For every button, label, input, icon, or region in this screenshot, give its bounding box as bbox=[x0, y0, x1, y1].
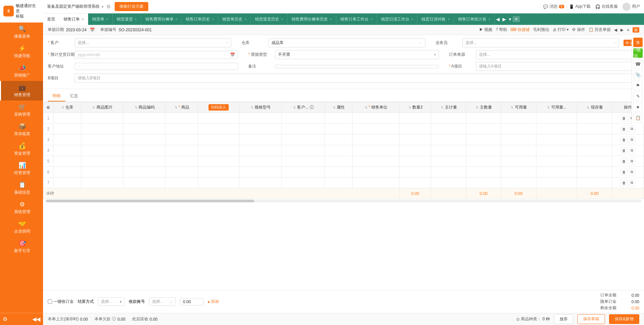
app-download-button[interactable]: 📱 App下载 bbox=[569, 4, 591, 9]
remark-input[interactable] bbox=[275, 65, 439, 68]
row-1-main-qty[interactable] bbox=[466, 113, 501, 124]
warehouse-input[interactable]: 成品库 ··· bbox=[268, 38, 425, 47]
tab-expense-split-close[interactable]: × bbox=[176, 17, 178, 21]
save-new-button[interactable]: 保存&新增 bbox=[609, 314, 639, 324]
add-payment-btn[interactable]: ● 添加 bbox=[207, 299, 219, 304]
tab-order-workbench[interactable]: 销售订单工作台 × bbox=[336, 13, 377, 25]
attach-btn[interactable]: 📎 bbox=[633, 70, 643, 79]
nav-prev-btn[interactable]: ◀ bbox=[614, 28, 617, 32]
tab-return[interactable]: 销货退货 × bbox=[113, 13, 141, 25]
row-2-current[interactable] bbox=[577, 124, 612, 134]
row-1-available[interactable] bbox=[501, 113, 536, 124]
deposit-amount-input[interactable] bbox=[180, 298, 203, 306]
card-view-btn[interactable]: ⊞ bbox=[633, 27, 639, 33]
row-2-warehouse[interactable] bbox=[53, 124, 81, 134]
tab-order-workbench-close[interactable]: × bbox=[371, 17, 373, 21]
tab-cash-workbench[interactable]: 钱货日清工作台 × bbox=[377, 13, 418, 25]
row-3-main-unit[interactable] bbox=[431, 134, 466, 145]
col-settings[interactable]: ⚙ bbox=[43, 102, 53, 113]
row-2-image[interactable] bbox=[81, 124, 123, 134]
industry-solution-button[interactable]: 体验行业方案 bbox=[115, 2, 148, 11]
tab-return-history[interactable]: 销货退货历史 × bbox=[251, 13, 288, 25]
video-help-btn[interactable]: ▶ 视频 bbox=[479, 27, 492, 33]
tab-cash-reconcile[interactable]: 钱货日清对账 × bbox=[417, 13, 454, 25]
tabs-list-btn[interactable]: ▾ bbox=[507, 16, 513, 22]
order-source-select[interactable]: 选择... ▾ bbox=[476, 50, 639, 59]
row-3-attr[interactable] bbox=[325, 134, 352, 145]
row-1-image[interactable] bbox=[81, 113, 123, 124]
sidebar-item-marketing[interactable]: 📣 营销推广 bbox=[0, 62, 43, 81]
row-1-qty2[interactable] bbox=[399, 113, 431, 124]
sidebar-item-operations[interactable]: 📊 经营管理 bbox=[0, 159, 43, 178]
tab-goods-history-close[interactable]: × bbox=[244, 17, 247, 21]
nav-next-btn[interactable]: ▶ bbox=[620, 28, 623, 32]
row-3-copy-btn[interactable]: ⧉ bbox=[629, 136, 635, 143]
row-3-unit[interactable] bbox=[352, 134, 400, 145]
address-input[interactable]: ··· bbox=[75, 63, 238, 70]
calendar-icon[interactable]: 📅 bbox=[90, 28, 95, 32]
discard-button[interactable]: 放弃 bbox=[554, 314, 573, 324]
list-view-btn[interactable]: ≡ bbox=[627, 28, 629, 32]
row-6-copy-btn[interactable]: ⧉ bbox=[629, 169, 635, 175]
row-5-delete-btn[interactable]: 🗑 bbox=[620, 158, 627, 165]
row-3-available2[interactable] bbox=[536, 134, 577, 145]
tab-goods-history[interactable]: 销货单历史 × bbox=[218, 13, 251, 25]
sidebar-item-finance[interactable]: 💰 资金管理 bbox=[0, 139, 43, 159]
tab-sales-order[interactable]: 销售订单 × bbox=[60, 13, 88, 25]
row-2-available2[interactable] bbox=[536, 124, 577, 134]
b-project-input[interactable]: 请输入B项目 bbox=[75, 74, 639, 83]
row-2-code[interactable] bbox=[123, 124, 165, 134]
row-2-main-unit[interactable] bbox=[431, 124, 466, 134]
star-btn[interactable]: ★ bbox=[633, 102, 643, 112]
delivery-input[interactable]: yyyy-mm-dd 📅 bbox=[75, 51, 238, 59]
tab-sales-order-close[interactable]: × bbox=[82, 17, 84, 21]
row-7-delete-btn[interactable]: 🗑 bbox=[620, 179, 627, 186]
row-2-delete-btn[interactable]: 🗑 bbox=[620, 126, 627, 132]
row-3-product[interactable] bbox=[165, 134, 198, 145]
settings-footer-btn[interactable]: ⚙ bbox=[3, 316, 7, 322]
tab-sales-goods[interactable]: 销货单 × bbox=[88, 13, 113, 25]
row-2-product[interactable] bbox=[165, 124, 198, 134]
row-2-copy-btn[interactable]: ⧉ bbox=[629, 126, 635, 132]
tab-return-close[interactable]: × bbox=[135, 17, 137, 21]
sidebar-item-quick-nav[interactable]: ⚡ 快捷导航 bbox=[0, 42, 43, 62]
payment-method-select[interactable]: 选择... ▾ bbox=[98, 297, 125, 306]
row-2-attr[interactable] bbox=[325, 124, 352, 134]
tab-order-stats[interactable]: 销售订单统计表 × bbox=[454, 13, 495, 25]
date-value[interactable]: 2023-03-24 bbox=[66, 28, 86, 32]
tab-summary[interactable]: 汇总 bbox=[65, 91, 83, 101]
row-2-spec[interactable] bbox=[239, 124, 281, 134]
doc-btn[interactable]: 📋 bbox=[633, 113, 643, 122]
row-1-customer-code[interactable] bbox=[281, 113, 325, 124]
sidebar-item-inventory[interactable]: 📦 库存核算 bbox=[0, 120, 43, 139]
sidebar-item-sales[interactable]: 💼 销售管理 bbox=[0, 81, 43, 100]
message-button[interactable]: 💬 消息 9 bbox=[543, 4, 564, 9]
tabs-close-all-btn[interactable]: ✕ bbox=[513, 16, 520, 22]
quick-deposit-checkbox[interactable]: 一键收订金 bbox=[48, 299, 74, 304]
tab-expense-split[interactable]: 销售费用分摊单 × bbox=[141, 13, 182, 25]
help-btn[interactable]: ? 帮助 bbox=[496, 27, 507, 33]
sidebar-item-basic-info[interactable]: 📋 基础信息 bbox=[0, 178, 43, 198]
row-2-main-qty[interactable] bbox=[466, 124, 501, 134]
settings-quick-btn[interactable]: ⚙ bbox=[633, 38, 643, 47]
row-2-unit[interactable] bbox=[352, 124, 400, 134]
row-2-qty2[interactable] bbox=[399, 124, 431, 134]
edit-btn[interactable]: ✎ bbox=[633, 91, 643, 101]
tab-order-stats-close[interactable]: × bbox=[488, 17, 490, 21]
table-scrollbar[interactable] bbox=[43, 199, 644, 203]
staff-input[interactable]: 选择... ··· bbox=[462, 38, 619, 47]
sidebar-item-purchase[interactable]: 🛒 采购管理 bbox=[0, 100, 43, 120]
row-3-main-qty[interactable] bbox=[466, 134, 501, 145]
history-btn[interactable]: 📋 历史单据 bbox=[589, 27, 611, 33]
row-3-qty2[interactable] bbox=[399, 134, 431, 145]
row-1-code[interactable] bbox=[123, 113, 165, 124]
account-select[interactable]: 选择... ··· bbox=[149, 297, 176, 306]
row-3-code[interactable] bbox=[123, 134, 165, 145]
save-draft-button[interactable]: 保存草稿 bbox=[577, 314, 605, 324]
number-value[interactable]: SO-20230324-001 bbox=[118, 28, 152, 32]
row-4-copy-btn[interactable]: ⧉ bbox=[629, 147, 635, 154]
sidebar-item-system[interactable]: ⚙ 系统管理 bbox=[0, 198, 43, 217]
tab-expense-history-close[interactable]: × bbox=[330, 17, 332, 21]
invoice-select[interactable]: 不开票 ▾ bbox=[275, 50, 439, 59]
tab-return-history-close[interactable]: × bbox=[281, 17, 283, 21]
